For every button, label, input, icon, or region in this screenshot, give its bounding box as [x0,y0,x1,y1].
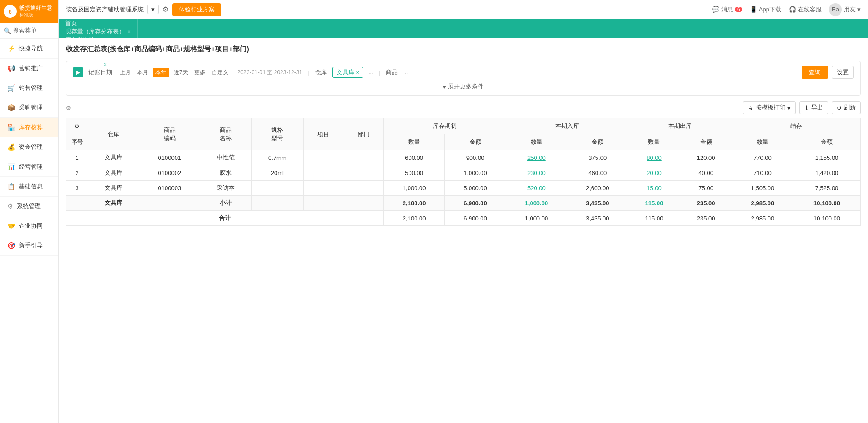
filter-toggle-btn[interactable]: ▶ [73,67,83,77]
cell-in-amt: 375.00 [567,150,628,165]
in-qty-link[interactable]: 1,000.00 [525,200,548,207]
cell-in-qty[interactable]: 250.00 [506,150,567,165]
out-qty-link[interactable]: 20.00 [647,170,662,176]
cell-goods-name: 中性笔 [200,150,252,165]
print-btn[interactable]: 🖨 按模板打印 ▾ [743,101,796,114]
in-qty-link[interactable]: 520.00 [527,185,546,192]
th-dept: 部门 [343,118,384,150]
settings-btn[interactable]: 设置 [832,66,854,79]
cell-settings: 1 [66,150,88,165]
table-row: 1 文具库 0100001 中性笔 0.7mm 600.00 900.00 25… [66,150,861,165]
cell-project [303,181,343,196]
cell-out-qty[interactable]: 80.00 [628,150,680,165]
date-last-month[interactable]: 上月 [118,68,133,77]
warehouse-more-btn[interactable]: ... [369,69,373,76]
cell-balance-amt: 10,100.00 [793,196,861,211]
th-opening: 库存期初 [383,118,506,134]
warehouse-tag: 文具库 × [332,67,363,78]
date-range: 2023-01-01 至 2023-12-31 [238,69,302,77]
app-download-btn[interactable]: 📱 App下载 [750,5,781,14]
export-btn[interactable]: ⬇ 导出 [799,101,828,114]
sidebar-item-新手引导[interactable]: 🎯新手引导 [0,236,58,256]
table-settings-icon: ⚙ [66,105,71,111]
date-more[interactable]: 更多 [193,68,207,77]
cell-in-qty[interactable]: 1,000.00 [506,196,567,211]
cell-goods-spec [251,181,303,196]
cell-project [303,165,343,181]
tab-close-2[interactable]: × [98,37,101,43]
tab-close-4[interactable]: × [98,53,101,60]
cell-out-qty[interactable]: 115.00 [628,196,680,211]
date-custom[interactable]: 自定义 [210,68,230,77]
table-row: 3 文具库 0100003 采访本 1,000.00 5,000.00 520.… [66,181,861,196]
sidebar-item-库存核算[interactable]: 🏪库存核算 [0,118,58,137]
cell-out-qty[interactable]: 20.00 [628,165,680,181]
cell-project [303,196,343,211]
date-this-month[interactable]: 本月 [135,68,150,77]
system-settings-btn[interactable]: ⚙ [162,5,169,14]
sidebar-item-经营管理[interactable]: 📊经营管理 [0,157,58,177]
cell-goods-name: 采访本 [200,181,252,196]
goods-label: 商品 [386,68,398,77]
sidebar-item-销售管理[interactable]: 🛒销售管理 [0,78,58,98]
in-qty-link[interactable]: 250.00 [527,154,546,161]
footer-in-qty: 1,000.00 [506,211,567,226]
print-icon: 🖨 [748,104,754,111]
th-out-qty: 数量 [628,134,680,150]
out-qty-link[interactable]: 115.00 [645,200,663,207]
tab-close-3[interactable]: × [98,45,101,51]
out-qty-link[interactable]: 80.00 [647,154,662,161]
cell-in-amt: 3,435.00 [567,196,628,211]
tab-close-5[interactable]: × [104,61,107,68]
headset-icon: 🎧 [789,6,796,13]
sidebar-item-quick-nav[interactable]: ⚡ 快捷导航 [0,39,58,59]
refresh-btn[interactable]: ↺ 刷新 [832,101,861,114]
trial-btn[interactable]: 体验行业方案 [172,3,221,16]
th-goods-spec: 规格型号 [251,118,303,150]
sidebar-item-采购管理[interactable]: 📦采购管理 [0,98,58,118]
system-dropdown-btn[interactable]: ▾ [147,5,159,14]
cell-balance-amt: 7,525.00 [793,181,861,196]
tab-0[interactable]: 首页 [59,19,138,27]
sidebar-item-系统管理[interactable]: ⚙系统管理 [0,197,58,216]
in-qty-link[interactable]: 230.00 [527,170,546,176]
query-btn[interactable]: 查询 [802,66,828,79]
logo-icon: 6 [4,5,17,18]
header-right: 💬 消息 6 📱 App下载 🎧 在线客服 Ea 用友 ▾ [712,3,861,16]
th-goods-code: 商品编码 [139,118,200,150]
th-in-amt: 金额 [567,134,628,150]
message-icon: 💬 [712,6,719,13]
date-shortcuts: 上月 本月 本年 近7天 更多 自定义 [118,68,230,77]
cell-in-qty[interactable]: 230.00 [506,165,567,181]
date-7days[interactable]: 近7天 [172,68,190,77]
sidebar-item-企业协同[interactable]: 🤝企业协同 [0,216,58,236]
tab-1[interactable]: 现存量（库存分布表）× [59,27,138,36]
warehouse-tag-close[interactable]: × [356,70,359,75]
table-row: 文具库 小计 2,100.00 6,900.00 1,000.00 3,435.… [66,196,861,211]
sidebar-item-营销推广[interactable]: 📢营销推广 [0,59,58,78]
online-service-btn[interactable]: 🎧 在线客服 [789,5,822,14]
out-qty-link[interactable]: 15.00 [647,185,662,192]
tab-close-1[interactable]: × [127,28,131,35]
print-dropdown-icon: ▾ [787,104,791,111]
cell-settings [66,196,88,211]
date-this-year[interactable]: 本年 [153,68,169,77]
cell-balance-qty: 770.00 [732,150,793,165]
cell-goods-spec: 0.7mm [251,150,303,165]
cell-in-amt: 460.00 [567,165,628,181]
cell-in-qty[interactable]: 520.00 [506,181,567,196]
cell-opening-qty: 500.00 [383,165,444,181]
sidebar-item-基础信息[interactable]: 📋基础信息 [0,177,58,197]
message-btn[interactable]: 💬 消息 6 [712,5,742,14]
cell-out-qty[interactable]: 15.00 [628,181,680,196]
filter-section: ▶ 记账日期 上月 本月 本年 近7天 更多 自定义 2023-01-01 至 … [66,61,861,96]
footer-out-amt: 235.00 [680,211,732,226]
search-menu[interactable]: 🔍 搜索菜单 [0,23,58,39]
sidebar-logo: 6 畅捷通好生意 标准版 [0,0,58,23]
th-project: 项目 [303,118,343,150]
sidebar-item-资金管理[interactable]: 💰资金管理 [0,137,58,157]
goods-more-btn[interactable]: ... [403,69,408,76]
nav-icon: 📢 [7,65,15,72]
user-menu[interactable]: Ea 用友 ▾ [829,3,861,16]
expand-conditions-btn[interactable]: ▾ 展开更多条件 [443,82,484,91]
